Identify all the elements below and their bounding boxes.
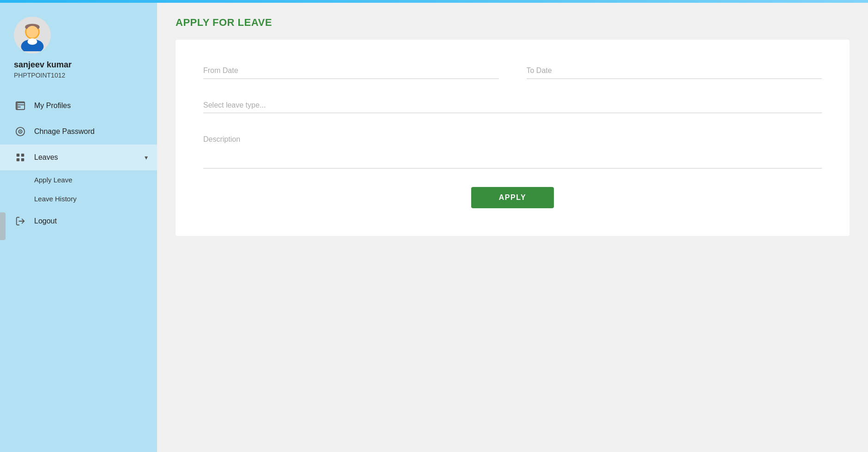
svg-rect-16 — [21, 158, 24, 161]
my-profiles-label: My Profiles — [34, 102, 148, 110]
sidebar-item-change-password[interactable]: Chnage Password — [0, 119, 157, 145]
apply-button[interactable]: APPLY — [471, 187, 554, 208]
description-group — [203, 132, 822, 169]
sidebar-navigation: My Profiles Chnage Password — [0, 93, 157, 234]
person-icon — [14, 99, 27, 112]
sidebar-item-leave-history[interactable]: Leave History — [0, 189, 157, 208]
leaves-label: Leaves — [34, 153, 145, 162]
leave-history-label: Leave History — [34, 195, 77, 203]
lock-icon — [14, 125, 27, 138]
to-date-input[interactable] — [527, 63, 822, 79]
leave-type-select[interactable]: Select leave type... — [203, 97, 822, 113]
sidebar-item-logout[interactable]: Logout — [0, 208, 157, 234]
svg-point-4 — [28, 38, 37, 45]
avatar — [14, 17, 51, 54]
apply-leave-form-card: Select leave type... APPLY — [176, 40, 850, 236]
from-date-input[interactable] — [203, 63, 499, 79]
user-id: PHPTPOINT1012 — [14, 72, 65, 79]
svg-point-12 — [20, 131, 21, 133]
sidebar-item-my-profiles[interactable]: My Profiles — [0, 93, 157, 119]
grid-icon — [14, 151, 27, 164]
svg-point-3 — [26, 26, 38, 38]
leave-type-row: Select leave type... — [203, 97, 822, 113]
svg-rect-15 — [17, 158, 19, 161]
user-section: sanjeev kumar PHPTPOINT1012 — [0, 3, 157, 88]
sidebar-item-leaves[interactable]: Leaves ▾ — [0, 145, 157, 170]
chevron-down-icon: ▾ — [145, 154, 148, 161]
description-textarea[interactable] — [203, 132, 822, 169]
left-tab-handle[interactable] — [0, 212, 6, 240]
apply-leave-label: Apply Leave — [34, 176, 73, 184]
page-title: APPLY FOR LEAVE — [176, 17, 850, 29]
main-content: APPLY FOR LEAVE Select leave type... — [157, 3, 868, 452]
logout-icon — [14, 215, 27, 228]
logout-label: Logout — [34, 217, 148, 225]
description-row — [203, 132, 822, 169]
sidebar-item-apply-leave[interactable]: Apply Leave — [0, 170, 157, 189]
svg-rect-14 — [21, 154, 24, 157]
sidebar: sanjeev kumar PHPTPOINT1012 My Profiles — [0, 3, 157, 452]
form-actions: APPLY — [203, 187, 822, 208]
user-name: sanjeev kumar — [14, 60, 72, 70]
to-date-group — [527, 63, 822, 79]
from-date-group — [203, 63, 499, 79]
date-row — [203, 63, 822, 79]
leave-type-group: Select leave type... — [203, 97, 822, 113]
change-password-label: Chnage Password — [34, 127, 148, 136]
svg-rect-13 — [17, 154, 19, 157]
